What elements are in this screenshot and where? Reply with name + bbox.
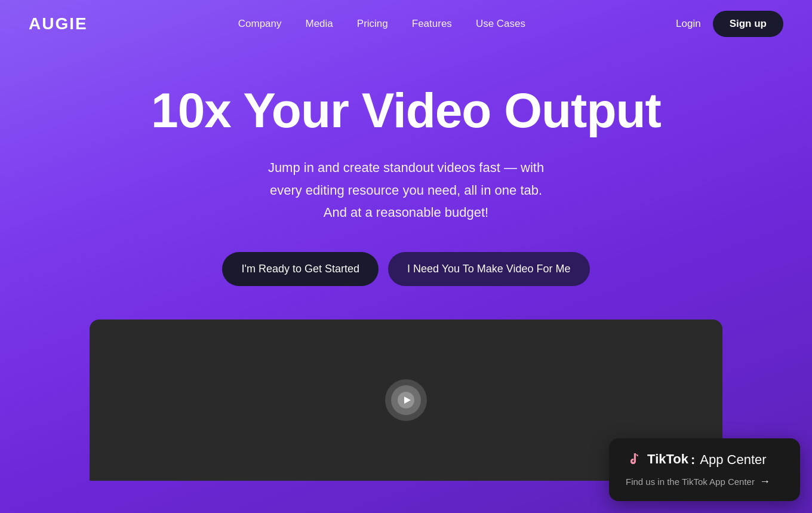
nav-actions: Login Sign up	[676, 11, 783, 37]
nav-media[interactable]: Media	[306, 18, 333, 29]
hero-subtitle-line3: And at a reasonable budget!	[324, 205, 488, 220]
nav-features[interactable]: Features	[412, 18, 452, 29]
logo-text: AUGiE	[29, 14, 88, 33]
hero-buttons: I'm Ready to Get Started I Need You To M…	[222, 252, 589, 286]
hero-section: 10x Your Video Output Jump in and create…	[0, 48, 812, 481]
login-button[interactable]: Login	[676, 18, 701, 30]
nav-use-cases[interactable]: Use Cases	[476, 18, 525, 29]
nav-company[interactable]: Company	[238, 18, 282, 29]
play-icon	[398, 392, 414, 408]
hero-subtitle: Jump in and create standout videos fast …	[268, 156, 544, 223]
cta-secondary-button[interactable]: I Need You To Make Video For Me	[388, 252, 590, 286]
hero-subtitle-line2: every editing resource you need, all in …	[270, 183, 542, 198]
video-icon-inner	[391, 385, 421, 415]
tiktok-separator: :	[691, 452, 695, 468]
navbar: AUGiE Company Media Pricing Features Use…	[0, 0, 812, 48]
cta-primary-button[interactable]: I'm Ready to Get Started	[222, 252, 379, 286]
hero-subtitle-line1: Jump in and create standout videos fast …	[268, 160, 544, 175]
tiktok-app-center-label: App Center	[700, 452, 766, 468]
tiktok-brand-name: TikTok	[626, 451, 688, 468]
tiktok-popup-subtext[interactable]: Find us in the TikTok App Center →	[626, 475, 783, 488]
video-content	[385, 379, 427, 421]
tiktok-popup-header: TikTok : App Center	[626, 451, 783, 468]
tiktok-popup[interactable]: TikTok : App Center Find us in the TikTo…	[609, 438, 800, 501]
tiktok-find-us-text: Find us in the TikTok App Center	[626, 477, 755, 487]
signup-button[interactable]: Sign up	[713, 11, 783, 37]
video-icon-circle	[385, 379, 427, 421]
tiktok-arrow-icon: →	[759, 475, 770, 488]
nav-pricing[interactable]: Pricing	[357, 18, 388, 29]
hero-title: 10x Your Video Output	[151, 84, 661, 137]
logo[interactable]: AUGiE	[29, 14, 88, 33]
tiktok-icon	[626, 451, 642, 468]
nav-links: Company Media Pricing Features Use Cases	[238, 18, 525, 30]
